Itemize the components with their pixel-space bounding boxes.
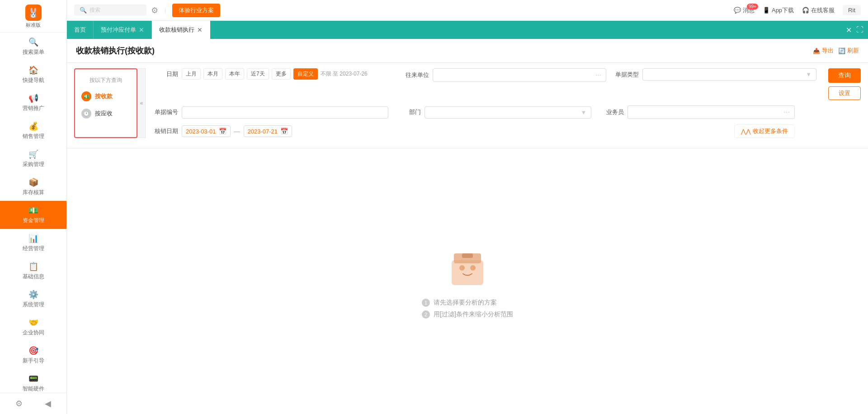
app-download-item[interactable]: 📱 App下载	[763, 6, 794, 14]
refresh-label: 刷新	[847, 47, 859, 55]
search-icon: 🔍	[80, 7, 87, 14]
main-content-area: 1 请先选择要分析的方案 2 用[过滤]条件来缩小分析范围	[67, 148, 868, 414]
app-label: App下载	[772, 6, 794, 14]
partner-input[interactable]: ···	[433, 68, 607, 82]
service-item[interactable]: 🎧 在线客服	[802, 6, 835, 14]
service-label: 在线客服	[811, 6, 835, 14]
sidebar-item-label: 搜索菜单	[23, 48, 44, 56]
sidebar-item-label: 系统管理	[23, 301, 44, 309]
basic-icon: 📋	[28, 262, 38, 271]
page-title: 收款核销执行(按收款)	[76, 45, 155, 62]
tabbar-spacer	[210, 21, 841, 39]
sidebar-item-hardware[interactable]: 📟 智能硬件	[0, 369, 66, 393]
verify-date-label: 核销日期	[153, 127, 178, 135]
tab-home[interactable]: 首页	[67, 21, 94, 39]
date-7days[interactable]: 近7天	[247, 68, 269, 80]
collapse-more-button[interactable]: ⋀⋀ 收起更多条件	[734, 124, 795, 138]
verify-date-start[interactable]: 2023-03-01 📅	[182, 125, 231, 137]
doc-no-input[interactable]	[182, 106, 388, 119]
tab-prepaid-close-icon[interactable]: ✕	[139, 26, 144, 33]
chevron-up-icon: ⋀⋀	[741, 128, 751, 135]
tabbar-controls: ✕ ⛶	[841, 21, 868, 39]
settings-button[interactable]: 设置	[828, 86, 861, 100]
query-button[interactable]: 查询	[828, 68, 861, 83]
topbar-search[interactable]: 🔍 搜索	[74, 5, 146, 16]
sidebar-item-label: 企业协同	[23, 329, 44, 337]
sidebar-item-purchase[interactable]: 🛒 采购管理	[0, 145, 66, 173]
sales-icon: 💰	[28, 121, 38, 131]
doc-type-select[interactable]: ▼	[642, 68, 816, 81]
sidebar-item-label: 基础信息	[23, 273, 44, 281]
tab-prepaid-label: 预付冲应付单	[101, 26, 136, 34]
sidebar-item-sales[interactable]: 💰 销售管理	[0, 117, 66, 145]
message-item[interactable]: 💬 消息 99+	[734, 6, 755, 14]
sidebar-logo: 🐰 标准版	[0, 0, 66, 33]
marketing-icon: 📢	[28, 93, 38, 103]
partner-label: 往来单位	[404, 71, 429, 79]
sidebar-collapse-icon[interactable]: ◀	[45, 399, 51, 409]
sidebar-item-ops[interactable]: 📊 经营管理	[0, 229, 66, 257]
filter-wrapper: 按以下方查询 💵 按收款 🕐 按应收 « 日期	[67, 63, 868, 148]
verify-date-end[interactable]: 2023-07-21 📅	[244, 125, 292, 137]
date-this-month[interactable]: 本月	[203, 68, 222, 80]
user-info[interactable]: Rit	[843, 5, 861, 15]
sidebar-item-label: 销售管理	[23, 133, 44, 140]
receipt-icon: 💵	[81, 91, 91, 101]
solution-button[interactable]: 体验行业方案	[172, 4, 220, 17]
empty-state: 1 请先选择要分析的方案 2 用[过滤]条件来缩小分析范围	[67, 148, 868, 414]
staff-input[interactable]: ···	[627, 105, 795, 119]
verify-date-start-value: 2023-03-01	[186, 128, 216, 135]
date-label: 日期	[153, 70, 178, 78]
sidebar-item-system[interactable]: ⚙️ 系统管理	[0, 285, 66, 313]
dept-label: 部门	[396, 108, 421, 116]
export-label: 导出	[822, 47, 834, 55]
date-this-year[interactable]: 本年	[225, 68, 244, 80]
app-icon: 📱	[763, 7, 770, 14]
tab-receivable[interactable]: 收款核销执行 ✕	[152, 21, 210, 39]
svg-rect-2	[462, 253, 473, 258]
date-last-month[interactable]: 上月	[182, 68, 201, 80]
export-button[interactable]: 📤 导出	[813, 47, 834, 55]
date-dash: —	[234, 128, 240, 135]
sidebar-item-basic[interactable]: 📋 基础信息	[0, 257, 66, 285]
filter-sidebar: 按以下方查询 💵 按收款 🕐 按应收	[74, 68, 137, 138]
tab-receivable-close-icon[interactable]: ✕	[197, 26, 203, 33]
date-more[interactable]: 更多	[272, 68, 291, 80]
sidebar-item-quick-nav[interactable]: 🏠 快捷导航	[0, 61, 66, 89]
topbar-gear-icon[interactable]: ⚙	[151, 5, 158, 15]
sidebar-item-label: 经营管理	[23, 245, 44, 252]
app-logo-text: 标准版	[26, 22, 41, 29]
tab-expand-icon[interactable]: ⛶	[856, 26, 863, 34]
message-badge: 99+	[747, 4, 758, 10]
sidebar-nav: 🔍 搜索菜单 🏠 快捷导航 📢 营销推广 💰 销售管理 🛒 采购管理 📦 库存核…	[0, 33, 66, 393]
sidebar-item-guide[interactable]: 🎯 新手引导	[0, 341, 66, 369]
search-menu-icon: 🔍	[28, 37, 38, 47]
topbar-right: 💬 消息 99+ 📱 App下载 🎧 在线客服 Rit	[734, 5, 861, 15]
date-custom[interactable]: 自定义	[293, 68, 318, 80]
sidebar-settings-icon[interactable]: ⚙	[15, 399, 23, 409]
filter-item-by-receivable-label: 按应收	[95, 109, 113, 118]
user-name: Rit	[848, 7, 855, 14]
sidebar-item-marketing[interactable]: 📢 营销推广	[0, 89, 66, 117]
filter-item-by-receipt[interactable]: 💵 按收款	[75, 88, 137, 105]
dept-select[interactable]: ▼	[425, 106, 592, 119]
enterprise-icon: 🤝	[28, 318, 38, 328]
sidebar-item-search-menu[interactable]: 🔍 搜索菜单	[0, 33, 66, 61]
svg-point-4	[470, 265, 476, 271]
tip-num-1: 1	[422, 299, 430, 307]
sidebar-item-label: 快捷导航	[23, 76, 44, 84]
sidebar-item-enterprise[interactable]: 🤝 企业协同	[0, 313, 66, 341]
empty-tip-1: 1 请先选择要分析的方案	[422, 299, 513, 307]
sidebar-item-funds[interactable]: 💵 资金管理	[0, 201, 66, 229]
chevron-down-icon: ▼	[806, 71, 811, 78]
page-header-actions: 📤 导出 🔄 刷新	[813, 47, 859, 61]
tab-close-all-icon[interactable]: ✕	[846, 26, 852, 34]
tab-prepaid[interactable]: 预付冲应付单 ✕	[94, 21, 152, 39]
system-icon: ⚙️	[28, 290, 38, 300]
receivable-icon: 🕐	[81, 109, 91, 119]
collapse-more-label: 收起更多条件	[753, 127, 788, 135]
filter-item-by-receivable[interactable]: 🕐 按应收	[75, 105, 137, 122]
refresh-button[interactable]: 🔄 刷新	[838, 47, 859, 55]
filter-collapse-toggle[interactable]: «	[137, 68, 146, 138]
sidebar-item-inventory[interactable]: 📦 库存核算	[0, 173, 66, 201]
